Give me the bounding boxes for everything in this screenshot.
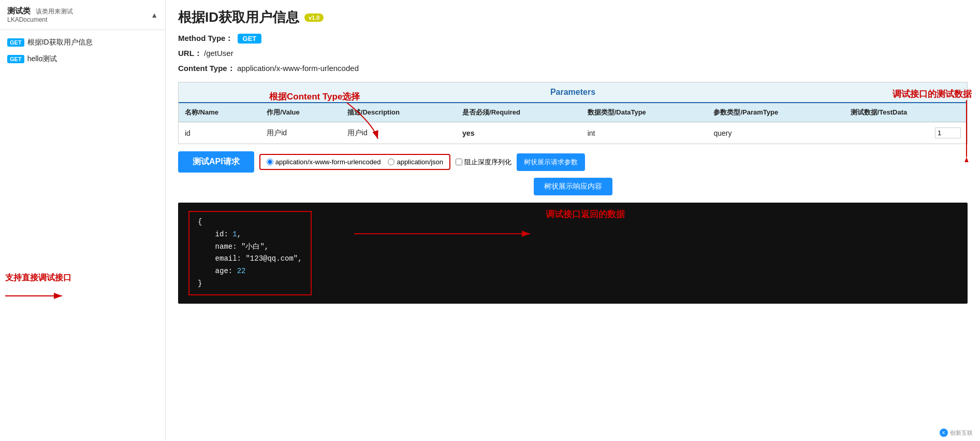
collapse-arrow-icon[interactable]: ▲: [151, 11, 158, 19]
sidebar-header: 测试类 该类用来测试 LKADocument ▲: [0, 0, 165, 30]
radio-urlencoded-label: application/x-www-form-urlencoded: [275, 158, 381, 166]
method-badge-get: GET: [7, 38, 24, 47]
sidebar-doc: LKADocument: [7, 16, 73, 23]
content-type-radio-group: application/x-www-form-urlencoded applic…: [259, 154, 450, 170]
th-required: 是否必须/Required: [456, 103, 581, 122]
version-badge: v1.0: [304, 13, 324, 22]
td-paramtype: query: [707, 122, 844, 144]
main-content: 调试接口的测试数据 根据ID获取用户信息 v1.0 Method Type： G…: [166, 0, 980, 441]
annotation-response-data: 调试接口返回的数据: [546, 208, 625, 223]
url-row: URL： /getUser: [178, 49, 968, 59]
sidebar-nav: GET 根据ID获取用户信息 GET hello测试: [0, 30, 165, 72]
annotation-content-type: 根据Content Type选择: [269, 91, 383, 144]
method-type-row: Method Type： GET: [178, 34, 968, 44]
json-output-panel: { id: 1, name: "小白", email: "123@qq.com"…: [178, 203, 968, 304]
radio-json-label: application/json: [397, 158, 443, 166]
watermark: K 创新互联: [940, 429, 973, 437]
page-title: 根据ID获取用户信息: [178, 8, 299, 26]
td-required: yes: [456, 122, 581, 144]
json-box: { id: 1, name: "小白", email: "123@qq.com"…: [188, 211, 312, 295]
prevent-deep-serialize-label: 阻止深度序列化: [464, 158, 511, 167]
sidebar-item-get-user[interactable]: GET 根据ID获取用户信息: [0, 34, 165, 51]
sidebar: 测试类 该类用来测试 LKADocument ▲ GET 根据ID获取用户信息 …: [0, 0, 166, 441]
prevent-deep-serialize-input[interactable]: [456, 159, 462, 165]
test-api-button[interactable]: 测试API请求: [178, 151, 254, 173]
content-type-arrow-icon: [269, 103, 383, 144]
radio-json[interactable]: application/json: [388, 158, 443, 166]
url-label: URL：: [178, 49, 202, 58]
prevent-deep-serialize-checkbox[interactable]: 阻止深度序列化: [456, 158, 511, 167]
th-paramtype: 参数类型/ParamType: [707, 103, 844, 122]
watermark-icon: K: [940, 429, 948, 437]
method-type-label: Method Type：: [178, 34, 233, 42]
json-response-arrow-icon: [354, 218, 540, 249]
sidebar-subtitle: 该类用来测试: [36, 8, 73, 15]
annotation-arrow-right-icon: [941, 100, 972, 162]
th-datatype: 数据类型/DataType: [581, 103, 708, 122]
tree-request-btn[interactable]: 树状展示请求参数: [517, 153, 585, 171]
content-type-row: Content Type： application/x-www-form-url…: [178, 64, 968, 74]
radio-urlencoded-input[interactable]: [267, 159, 273, 165]
sidebar-annotation-text: 支持直接调试接口: [5, 273, 109, 306]
sidebar-item-label-get-user: 根据ID获取用户信息: [27, 38, 93, 47]
td-datatype: int: [581, 122, 708, 144]
method-badge-get-hello: GET: [7, 55, 24, 63]
content-type-value: application/x-www-form-urlencoded: [237, 64, 359, 73]
url-value: /getUser: [204, 49, 233, 58]
sidebar-class-title: 测试类: [7, 6, 31, 15]
content-type-label: Content Type：: [178, 64, 235, 73]
action-row: 测试API请求 application/x-www-form-urlencode…: [178, 151, 968, 173]
page-title-row: 根据ID获取用户信息 v1.0: [178, 8, 968, 26]
sidebar-item-hello[interactable]: GET hello测试: [0, 51, 165, 67]
radio-json-input[interactable]: [388, 159, 394, 165]
th-name: 名称/Name: [179, 103, 260, 122]
td-name: id: [179, 122, 260, 144]
sidebar-item-label-hello: hello测试: [27, 54, 57, 64]
method-chip: GET: [238, 34, 262, 44]
radio-urlencoded[interactable]: application/x-www-form-urlencoded: [267, 158, 381, 166]
annotation-test-data: 调试接口的测试数据: [893, 88, 972, 162]
watermark-text: 创新互联: [950, 429, 973, 437]
tree-response-btn[interactable]: 树状展示响应内容: [534, 178, 612, 195]
response-row: 树状展示响应内容: [178, 178, 968, 195]
sidebar-arrow-icon: [5, 286, 67, 306]
